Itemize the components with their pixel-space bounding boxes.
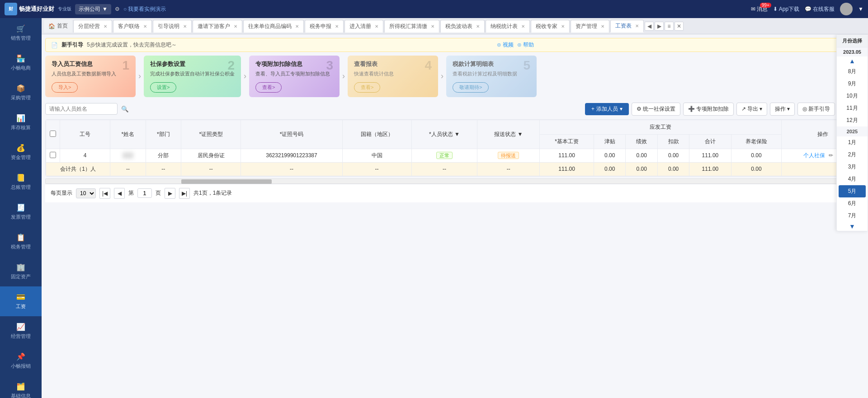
sidebar-item-salary[interactable]: 💳 工资: [0, 286, 42, 316]
month-item-8[interactable]: 8月: [837, 66, 868, 78]
row-action-personal[interactable]: 个人社保: [803, 152, 825, 159]
page-size-select[interactable]: 10 20 50: [76, 188, 96, 198]
tab-nav-prev[interactable]: ◀: [645, 22, 654, 31]
tab-invite-close[interactable]: ✕: [234, 24, 237, 29]
tab-asset[interactable]: 资产管理 ✕: [571, 20, 609, 33]
month-nav-up[interactable]: ▲: [837, 56, 868, 66]
tab-units[interactable]: 往来单位商品编码 ✕: [243, 20, 304, 33]
month-item-1[interactable]: 1月: [837, 136, 868, 149]
tab-salary-close[interactable]: ✕: [635, 23, 639, 28]
demo-button[interactable]: ○ 我要看实例演示: [123, 5, 166, 13]
month-item-7[interactable]: 7月: [837, 210, 868, 222]
message-button[interactable]: ✉ 消息 99+: [751, 5, 768, 13]
month-nav-down[interactable]: ▼: [837, 222, 868, 231]
special-deduction-button[interactable]: ➕ 专项附加扣除: [683, 103, 734, 116]
tab-tax-calc-close[interactable]: ✕: [431, 24, 434, 29]
tab-tax-expert-close[interactable]: ✕: [561, 24, 565, 29]
tab-layered[interactable]: 分层经营 ✕: [73, 20, 112, 33]
user-avatar[interactable]: [840, 3, 853, 15]
tab-guide-close[interactable]: ✕: [183, 24, 187, 29]
guide-video-btn[interactable]: ⊙ 视频: [497, 41, 514, 49]
operations-button[interactable]: 操作 ▾: [770, 103, 795, 116]
app-name: 畅捷通好业财: [19, 5, 54, 13]
month-item-6[interactable]: 6月: [837, 197, 868, 210]
month-item-3[interactable]: 3月: [837, 161, 868, 173]
export-button[interactable]: ↗ 导出 ▾: [736, 103, 767, 116]
status-filter-icon[interactable]: ▼: [454, 131, 460, 137]
app-download-button[interactable]: ⬇ App下载: [773, 5, 799, 13]
tab-tax-report[interactable]: 税务申报 ✕: [305, 20, 344, 33]
tab-tax-relief-close[interactable]: ✕: [476, 24, 480, 29]
row-action-edit[interactable]: ✏: [829, 152, 833, 159]
add-person-button[interactable]: + 添加人员 ▾: [585, 103, 629, 115]
sidebar-item-ecommerce[interactable]: 🏪 小畅电商: [0, 48, 42, 78]
horizontal-scrollbar[interactable]: [45, 178, 864, 184]
month-item-2[interactable]: 2月: [837, 149, 868, 161]
summary-row: 会计共（1）人 -- -- -- -- -- -- -- 111.00 0.: [46, 162, 864, 176]
month-item-11[interactable]: 11月: [837, 102, 868, 114]
tab-nav-next[interactable]: ▶: [655, 22, 664, 31]
sidebar-item-operation[interactable]: 📈 经营管理: [0, 316, 42, 346]
user-menu-btn[interactable]: ▼: [858, 6, 863, 12]
step-btn-4[interactable]: 查看>: [354, 82, 380, 93]
step-btn-5[interactable]: 敬请期待>: [453, 82, 489, 93]
tab-tax-calc[interactable]: 所得税汇算清缴 ✕: [384, 20, 439, 33]
step-btn-2[interactable]: 设置>: [150, 82, 176, 93]
summary-dash-7: --: [477, 162, 540, 176]
select-all-checkbox[interactable]: [50, 131, 56, 137]
tab-nav-close-all[interactable]: ✕: [675, 22, 684, 31]
tab-account-book-close[interactable]: ✕: [375, 24, 378, 29]
online-service-button[interactable]: 💬 在线客服: [805, 5, 835, 13]
sidebar-item-xiaochang[interactable]: 📌 小畅报销: [0, 346, 42, 376]
tab-salary[interactable]: 工资表 ✕: [610, 20, 644, 33]
tab-guide[interactable]: 引导说明 ✕: [153, 20, 192, 33]
sidebar-item-finance[interactable]: 💰 资金管理: [0, 137, 42, 167]
sidebar-item-sales[interactable]: 🛒 销售管理: [0, 18, 42, 48]
report-filter-icon[interactable]: ▼: [518, 131, 523, 137]
sidebar-item-invoice[interactable]: 🧾 发票管理: [0, 197, 42, 227]
month-item-10[interactable]: 10月: [837, 90, 868, 102]
month-item-5-active[interactable]: 5月: [839, 185, 866, 197]
month-item-9[interactable]: 9月: [837, 78, 868, 90]
tab-tax-relief[interactable]: 税负波动表 ✕: [440, 20, 485, 33]
sidebar-item-label: 资金管理: [11, 154, 31, 161]
month-item-4[interactable]: 4月: [837, 173, 868, 185]
month-item-12[interactable]: 12月: [837, 114, 868, 126]
page-prev-btn[interactable]: ◀: [114, 188, 125, 199]
step-btn-3[interactable]: 查看>: [255, 82, 282, 93]
sidebar-item-fixed[interactable]: 🏢 固定资产: [0, 257, 42, 286]
page-last-btn[interactable]: ▶|: [179, 188, 190, 199]
tab-nav-list[interactable]: ≡: [665, 22, 674, 31]
search-button[interactable]: 🔍: [121, 106, 129, 112]
tab-asset-close[interactable]: ✕: [601, 24, 604, 29]
tab-account-book[interactable]: 进入清册 ✕: [344, 20, 383, 33]
sidebar-item-purchase[interactable]: 📦 采购管理: [0, 78, 42, 108]
settings-icon[interactable]: ⚙: [115, 6, 120, 12]
page-first-btn[interactable]: |◀: [99, 188, 110, 199]
tab-tax-expert[interactable]: 税收专家 ✕: [531, 20, 570, 33]
page-number-input[interactable]: [137, 188, 152, 198]
sidebar-item-tax[interactable]: 📋 税务管理: [0, 227, 42, 257]
tab-tax-stat[interactable]: 纳税统计表 ✕: [486, 20, 530, 33]
page-next-btn[interactable]: ▶: [165, 188, 175, 199]
tab-units-close[interactable]: ✕: [295, 24, 299, 29]
guide-help-btn[interactable]: ⊙ 帮助: [517, 41, 534, 49]
tab-layered-close[interactable]: ✕: [104, 24, 107, 29]
row-select-checkbox[interactable]: [50, 152, 56, 158]
sidebar-item-ledger[interactable]: 📒 总账管理: [0, 167, 42, 197]
company-selector[interactable]: 示例公司 ▼: [75, 4, 111, 14]
tab-tax-stat-close[interactable]: ✕: [521, 24, 525, 29]
tab-customer-close[interactable]: ✕: [143, 24, 147, 29]
tab-customer[interactable]: 客户联络 ✕: [113, 20, 152, 33]
tab-tax-report-close[interactable]: ✕: [335, 24, 339, 29]
tab-account-book-label: 进入清册: [349, 23, 371, 30]
new-guide-button[interactable]: ◎ 新手引导: [797, 103, 835, 116]
search-input[interactable]: [45, 103, 118, 115]
tab-invite[interactable]: 邀请下游客户 ✕: [193, 20, 242, 33]
sidebar-item-basic[interactable]: 🗂️ 基础信息: [0, 376, 42, 398]
tab-home[interactable]: 🏠 首页: [44, 20, 72, 33]
sidebar-item-inventory[interactable]: 📊 库存核算: [0, 108, 42, 137]
step-btn-1[interactable]: 导入>: [52, 82, 78, 93]
unified-settings-button[interactable]: ⚙ 统一社保设置: [632, 103, 680, 116]
new-guide-icon: ◎: [802, 106, 807, 112]
